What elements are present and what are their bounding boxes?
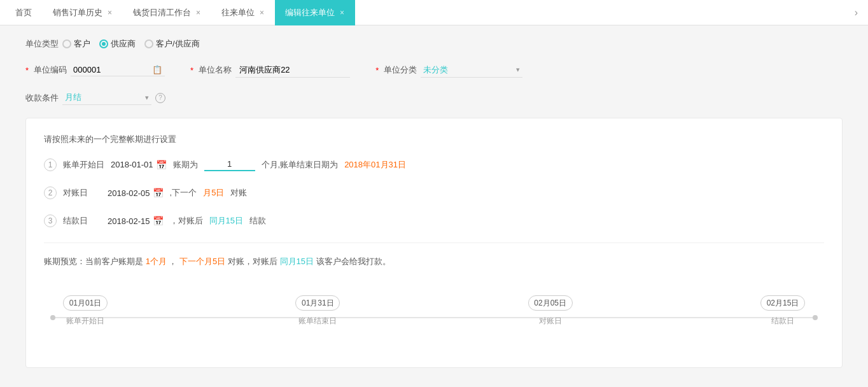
timeline-nodes: 01月01日 账单开始日 01月31日 账单结束日 02月05日 对账日 02月… [50,295,818,327]
tab-sales-history-label: 销售订单历史 [53,7,102,18]
preview-payment: 同月15日 [280,257,314,266]
tab-sales-history-close[interactable]: × [108,8,112,17]
radio-supplier-circle [99,39,108,48]
payment-terms-row: 收款条件 月结 ▾ ? [25,90,843,105]
radio-customer[interactable]: 客户 [62,38,90,50]
preview-comma: ， [169,257,177,266]
reconcile-date-field: 2018-02-05 📅 [108,188,164,198]
reconcile-date-value: 2018-02-05 [108,188,150,198]
node-circle-2: 01月31日 [295,295,340,311]
unit-name-group: * 单位名称 [190,62,350,78]
tab-partner-label: 往来单位 [221,7,255,18]
node-label-1: 账单开始日 [66,316,104,327]
period-number-2: 2 [44,186,57,199]
period-3-prefix: ，对账后 [170,215,203,227]
period-2-suffix: 对账 [230,187,247,199]
tab-home[interactable]: 首页 [5,0,43,25]
tab-partner-close[interactable]: × [260,8,264,17]
calendar-small-icon: 📋 [152,65,162,74]
preview-reconcile: 对账，对账后 [228,257,277,266]
tab-edit-partner[interactable]: 编辑往来单位 × [275,0,355,25]
radio-customer-circle [62,39,71,48]
period-number-3: 3 [44,215,57,227]
tab-cash-work[interactable]: 钱货日清工作台 × [123,0,211,25]
period-3-suffix: 结款 [249,215,266,227]
start-date-calendar-icon[interactable]: 📅 [156,160,167,170]
payment-terms-chevron-icon: ▾ [145,94,149,102]
unit-type-row: 单位类型 客户 供应商 客户/供应商 [25,38,843,50]
radio-group: 客户 供应商 客户/供应商 [62,38,200,50]
period-2-highlight: 月5日 [203,187,224,199]
chevron-down-icon: ▾ [516,66,520,74]
period-2-prefix: ,下一个 [170,187,197,199]
radio-customer-label: 客户 [74,38,90,50]
payment-terms-select[interactable]: 月结 ▾ [62,90,151,105]
payment-terms-value: 月结 [65,92,143,103]
unit-code-input[interactable] [73,65,150,74]
timeline-node-2: 01月31日 账单结束日 [295,295,340,327]
payment-terms-label: 收款条件 [25,92,59,104]
unit-code-group: * 单位编码 📋 [25,64,165,76]
radio-supplier-label: 供应商 [111,38,136,50]
month-input[interactable] [204,158,255,171]
unit-type-group: 单位类型 客户 供应商 客户/供应商 [25,38,200,50]
unit-category-value: 未分类 [423,64,514,76]
tabs-bar: 首页 销售订单历史 × 钱货日清工作台 × 往来单位 × 编辑往来单位 × › [0,0,868,25]
period-label-2: 对账日 [63,187,101,199]
payment-date-field: 2018-02-15 📅 [108,216,164,226]
tab-partner[interactable]: 往来单位 × [211,0,275,25]
preview-section: 账期预览：当前客户账期是 1个月 ， 下一个月5日 对账，对账后 同月15日 该… [44,243,824,352]
period-1-prefix: 账期为 [173,159,198,171]
timeline-node-4: 02月15日 结款日 [760,295,805,327]
node-circle-4: 02月15日 [760,295,805,311]
period-label-1: 账单开始日 [63,159,104,171]
timeline: 01月01日 账单开始日 01月31日 账单结束日 02月05日 对账日 02月… [50,283,818,352]
timeline-end-dot [813,315,818,320]
unit-category-label: 单位分类 [384,64,417,76]
preview-next: 下一个月5日 [179,257,225,266]
timeline-node-3: 02月05日 对账日 [528,295,573,327]
node-label-4: 结款日 [771,316,794,327]
period-row-2: 2 对账日 2018-02-05 📅 ,下一个 月5日 对账 [44,186,824,199]
unit-code-label: 单位编码 [34,64,67,76]
payment-date-calendar-icon[interactable]: 📅 [153,216,164,226]
help-icon[interactable]: ? [155,93,165,103]
period-number-1: 1 [44,158,57,171]
unit-name-label: 单位名称 [199,64,232,76]
node-circle-3: 02月05日 [528,295,573,311]
tab-nav-right[interactable]: › [850,7,863,18]
radio-supplier[interactable]: 供应商 [99,38,136,50]
period-3-highlight: 同月15日 [209,215,243,227]
unit-name-required: * [190,66,193,75]
reconcile-date-calendar-icon[interactable]: 📅 [153,188,164,198]
tab-cash-work-label: 钱货日清工作台 [133,7,191,18]
unit-type-label: 单位类型 [25,38,59,50]
timeline-node-1: 01月01日 账单开始日 [63,295,108,327]
unit-code-required: * [25,66,29,75]
node-label-2: 账单结束日 [298,316,337,327]
preview-suffix: 该客户会给我打款。 [316,257,391,266]
content-area: 单位类型 客户 供应商 客户/供应商 * 单位编码 [0,25,868,387]
period-row-1: 1 账单开始日 2018-01-01 📅 账期为 个月,账单结束日期为 2018… [44,158,824,171]
tab-edit-partner-label: 编辑往来单位 [285,7,335,18]
period-row-3: 3 结款日 2018-02-15 📅 ，对账后 同月15日 结款 [44,215,824,227]
tab-edit-partner-close[interactable]: × [340,8,344,17]
period-1-suffix: 个月,账单结束日期为 [262,159,339,171]
radio-customer-supplier-label: 客户/供应商 [156,38,200,50]
tab-cash-work-close[interactable]: × [196,8,200,17]
unit-code-field[interactable]: 📋 [71,64,165,76]
period-label-3: 结款日 [63,215,101,227]
preview-text: 账期预览：当前客户账期是 1个月 ， 下一个月5日 对账，对账后 同月15日 该… [44,256,824,267]
unit-info-row: * 单位编码 📋 * 单位名称 * 单位分类 未分类 ▾ [25,62,843,78]
unit-name-input[interactable] [235,62,350,78]
radio-customer-supplier[interactable]: 客户/供应商 [144,38,200,50]
start-date-field: 2018-01-01 📅 [111,160,167,170]
payment-date-value: 2018-02-15 [108,216,150,226]
unit-category-select[interactable]: 未分类 ▾ [421,63,522,78]
payment-terms-group: 收款条件 月结 ▾ ? [25,90,165,105]
timeline-start-dot [50,315,55,320]
preview-1month: 1个月 [146,257,167,266]
tab-sales-history[interactable]: 销售订单历史 × [43,0,123,25]
period-settings-panel: 请按照未来的一个完整帐期进行设置 1 账单开始日 2018-01-01 📅 账期… [25,118,843,368]
start-date-value: 2018-01-01 [111,160,153,169]
